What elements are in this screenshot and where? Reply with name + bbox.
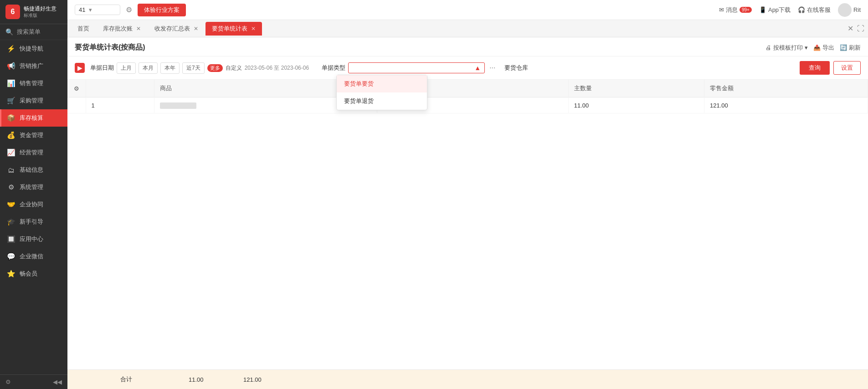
message-icon: ✉: [719, 6, 724, 13]
user-name: Rit: [853, 6, 861, 13]
member-icon: ⭐: [7, 270, 15, 278]
settings-button[interactable]: 设置: [833, 61, 861, 75]
type-input-field[interactable]: [352, 65, 474, 72]
export-icon: 📤: [813, 44, 821, 51]
online-service-item[interactable]: 🎧 在线客服: [798, 6, 831, 14]
sidebar-item-label: 企业微信: [20, 252, 43, 261]
tab-order-stat-label: 要货单统计表: [212, 25, 247, 33]
sidebar-item-label: 经营管理: [20, 148, 43, 157]
page-content: 要货单统计表(按商品) 🖨 按模板打印 ▾ 📤 导出 🔄 刷新: [67, 37, 868, 389]
sidebar-footer: ⚙ ◀◀: [0, 374, 67, 389]
tab-home[interactable]: 首页: [71, 22, 96, 36]
sidebar-item-marketing[interactable]: 📢 营销推广: [0, 57, 67, 75]
sidebar-item-label: 采购管理: [20, 97, 43, 105]
sidebar-item-shortcut-nav[interactable]: ⚡ 快捷导航: [0, 40, 67, 57]
sidebar-item-system[interactable]: ⚙ 系统管理: [0, 179, 67, 196]
more-options-icon[interactable]: ···: [489, 64, 495, 72]
tab-expand-icon[interactable]: ⛶: [857, 25, 864, 33]
sidebar-item-label: 资金管理: [20, 131, 43, 139]
sidebar-search[interactable]: 🔍 搜索菜单: [0, 24, 67, 40]
col-qty: 主数量: [568, 80, 704, 97]
refresh-action[interactable]: 🔄 刷新: [840, 44, 861, 52]
export-action[interactable]: 📤 导出: [813, 44, 834, 52]
sidebar-item-enterprise[interactable]: 🤝 企业协同: [0, 196, 67, 213]
sidebar-item-sales[interactable]: 📊 销售管理: [0, 75, 67, 92]
tab-order-stat-close-icon[interactable]: ✕: [251, 26, 256, 32]
type-filter-group: 单据类型 ▲ ···: [322, 62, 495, 73]
app-download-item[interactable]: 📱 App下载: [759, 6, 791, 14]
print-icon: 🖨: [765, 44, 771, 51]
logo-icon: 6: [5, 5, 20, 19]
tab-home-label: 首页: [77, 25, 89, 33]
inventory-icon: 📦: [7, 114, 15, 122]
message-item[interactable]: ✉ 消息 99+: [719, 6, 752, 14]
period-prev-btn[interactable]: 上月: [117, 62, 136, 74]
col-settings[interactable]: ⚙: [67, 80, 86, 97]
tab-collect-close-icon[interactable]: ✕: [194, 26, 198, 32]
tab-bar: 首页 库存批次账 ✕ 收发存汇总表 ✕ 要货单统计表 ✕ ✕ ⛶: [67, 20, 868, 37]
sidebar: 6 畅捷通好生意 标准版 🔍 搜索菜单 ⚡ 快捷导航 📢 营销推广 📊 销售管理…: [0, 0, 67, 389]
sidebar-collapse-icon[interactable]: ◀◀: [53, 379, 62, 385]
sidebar-item-operation[interactable]: 📈 经营管理: [0, 144, 67, 161]
period-week-btn[interactable]: 近7天: [182, 62, 205, 74]
purchase-icon: 🛒: [7, 97, 15, 105]
print-action[interactable]: 🖨 按模板打印 ▾: [765, 44, 808, 52]
service-label: 在线客服: [807, 6, 831, 14]
type-filter-input[interactable]: ▲: [348, 62, 485, 73]
sidebar-item-wechat[interactable]: 💬 企业微信: [0, 248, 67, 265]
sidebar-item-newbie[interactable]: 🎓 新手引导: [0, 213, 67, 230]
top-header-right: ✉ 消息 99+ 📱 App下载 🎧 在线客服 Rit: [719, 3, 861, 17]
sidebar-item-label: 销售管理: [20, 79, 43, 87]
data-table: ⚙ 商品 主计量单位 主数量 零售金额 1: [67, 80, 868, 113]
top-header: 41 ▾ ⚙ 体验行业方案 ✉ 消息 99+ 📱 App下载 🎧 在线客服 R: [67, 0, 868, 20]
period-year-btn[interactable]: 本年: [160, 62, 180, 74]
dropdown-item-order[interactable]: 要货单要货: [337, 75, 427, 92]
message-badge: 99+: [740, 7, 752, 13]
sidebar-settings-icon[interactable]: ⚙: [5, 379, 11, 385]
custom-period-btn[interactable]: 自定义: [226, 64, 242, 72]
expand-button[interactable]: ▶: [75, 63, 85, 73]
newbie-icon: 🎓: [7, 218, 15, 226]
query-button[interactable]: 查询: [800, 61, 830, 75]
type-dropdown: 要货单要货 要货单退货: [336, 75, 427, 110]
row-qty-cell: 11.00: [568, 97, 704, 113]
tab-collect[interactable]: 收发存汇总表 ✕: [148, 22, 205, 36]
product-placeholder: [160, 102, 196, 109]
service-icon: 🎧: [798, 6, 805, 13]
print-label: 按模板打印: [773, 44, 803, 52]
refresh-icon: 🔄: [840, 44, 847, 51]
sidebar-item-label: 快捷导航: [20, 45, 43, 53]
chevron-up-icon[interactable]: ▲: [474, 64, 481, 72]
more-periods-badge[interactable]: 更多: [207, 64, 223, 72]
logo-sub: 标准版: [24, 12, 56, 19]
sidebar-item-finance[interactable]: 💰 资金管理: [0, 127, 67, 144]
dropdown-item-return[interactable]: 要货单退货: [337, 92, 427, 110]
sidebar-item-inventory[interactable]: 📦 库存核算: [0, 109, 67, 127]
sidebar-item-app-center[interactable]: 🔲 应用中心: [0, 230, 67, 248]
tab-batch[interactable]: 库存批次账 ✕: [97, 22, 147, 36]
app-icon: 📱: [759, 6, 766, 13]
trial-button[interactable]: 体验行业方案: [138, 4, 186, 16]
sidebar-item-basic-info[interactable]: 🗂 基础信息: [0, 161, 67, 179]
header-settings-icon[interactable]: ⚙: [126, 5, 132, 14]
user-avatar-item[interactable]: Rit: [838, 3, 861, 17]
app-label: App下载: [768, 6, 791, 14]
total-qty: 11.00: [189, 376, 243, 383]
sales-icon: 📊: [7, 79, 15, 87]
system-icon: ⚙: [7, 183, 15, 191]
sidebar-item-label: 企业协同: [20, 200, 43, 209]
period-curr-btn[interactable]: 本月: [139, 62, 158, 74]
date-range-display: 2023-05-06 至 2023-06-06: [245, 64, 309, 72]
col-no: [86, 80, 154, 97]
row-settings-cell: [67, 97, 86, 113]
total-label: 合计: [75, 375, 189, 384]
sidebar-item-member[interactable]: ⭐ 畅会员: [0, 265, 67, 282]
tab-order-stat[interactable]: 要货单统计表 ✕: [205, 22, 262, 36]
tab-actions: ✕ ⛶: [847, 24, 864, 33]
sidebar-item-purchase[interactable]: 🛒 采购管理: [0, 92, 67, 109]
breadcrumb-input[interactable]: 41 ▾: [75, 5, 120, 15]
settings-gear-icon[interactable]: ⚙: [74, 85, 79, 92]
operation-icon: 📈: [7, 148, 15, 157]
tab-close-all-icon[interactable]: ✕: [847, 24, 853, 33]
tab-batch-close-icon[interactable]: ✕: [136, 26, 141, 32]
